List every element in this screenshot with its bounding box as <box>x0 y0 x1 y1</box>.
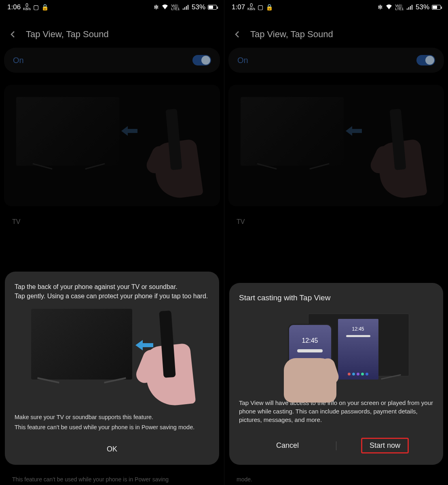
page-title: Tap View, Tap Sound <box>250 29 333 40</box>
signal-icon <box>407 4 413 11</box>
dialog-text-2: Tap gently. Using a case can protect you… <box>15 291 209 301</box>
feature-toggle-row[interactable]: On <box>4 48 220 73</box>
dialog-text-1: Tap the back of your phone against your … <box>15 282 209 291</box>
wifi-icon <box>161 4 169 11</box>
page-header: Tap View, Tap Sound <box>224 13 448 48</box>
hand-illustration <box>363 117 424 198</box>
battery-percent: 53% <box>416 3 429 11</box>
dialog-title: Start casting with Tap View <box>239 293 433 302</box>
toggle-label: On <box>13 56 24 65</box>
volte-icon: Vo)）LTE1 <box>171 4 180 11</box>
tv-mirror-time: 12:45 <box>338 326 378 332</box>
arrow-left-icon <box>346 125 362 138</box>
svg-rect-3 <box>188 5 188 10</box>
dialog-illustration <box>31 309 193 406</box>
tv-illustration <box>16 97 119 166</box>
network-speed-icon: 0KB/s <box>247 4 255 11</box>
status-time: 1:07 <box>232 3 245 11</box>
phone-screen-left: 1:06 0KB/s ▢ 🔒 ✻ Vo)）LTE1 53% Tap View, … <box>0 0 224 485</box>
signal-icon <box>183 4 189 11</box>
status-bar: 1:06 0KB/s ▢ 🔒 ✻ Vo)）LTE1 53% <box>0 0 224 13</box>
info-dialog: Tap the back of your phone against your … <box>5 272 219 465</box>
hand-illustration <box>139 117 200 198</box>
feature-toggle-row[interactable]: On <box>228 48 444 73</box>
bluetooth-icon: ✻ <box>154 4 159 11</box>
svg-rect-4 <box>407 8 408 10</box>
svg-rect-7 <box>412 5 412 10</box>
phone-mirror-time: 12:45 <box>289 337 331 344</box>
casting-illustration: 12:45 12:45 <box>260 310 413 390</box>
gallery-icon: ▢ <box>33 4 39 11</box>
phone-screen-right: 1:07 0KB/s ▢ 🔒 ✻ Vo)）LTE1 53% Tap View, … <box>224 0 448 485</box>
toggle-label: On <box>237 56 248 65</box>
ok-button[interactable]: OK <box>15 441 209 458</box>
start-now-highlight[interactable]: Start now <box>361 438 409 453</box>
svg-rect-5 <box>408 7 409 10</box>
illustration-panel <box>4 85 220 206</box>
gallery-icon: ▢ <box>258 4 263 11</box>
cancel-button[interactable]: Cancel <box>239 437 336 454</box>
arrow-left-icon <box>121 125 137 138</box>
bluetooth-icon: ✻ <box>378 4 383 11</box>
section-label-tv: TV <box>237 218 436 226</box>
toggle-switch[interactable] <box>192 55 211 65</box>
svg-rect-1 <box>184 7 185 10</box>
battery-icon <box>208 5 217 10</box>
network-speed-icon: 0KB/s <box>23 4 31 11</box>
wifi-icon <box>385 4 393 11</box>
volte-icon: Vo)）LTE1 <box>395 4 404 11</box>
svg-rect-6 <box>410 6 411 10</box>
back-button[interactable] <box>8 30 18 39</box>
svg-rect-2 <box>186 6 187 10</box>
status-time: 1:06 <box>7 3 21 11</box>
lock-icon: 🔒 <box>41 4 49 11</box>
illustration-panel <box>228 85 444 206</box>
battery-percent: 53% <box>192 3 205 11</box>
start-now-button[interactable]: Start now <box>336 434 433 458</box>
back-button[interactable] <box>232 30 242 39</box>
dialog-note-2: This feature can't be used while your ph… <box>15 423 209 431</box>
dialog-note-1: Make sure your TV or soundbar supports t… <box>15 413 209 421</box>
page-header: Tap View, Tap Sound <box>0 13 224 48</box>
status-bar: 1:07 0KB/s ▢ 🔒 ✻ Vo)）LTE1 53% <box>224 0 448 13</box>
tv-illustration <box>241 97 344 166</box>
battery-icon <box>432 5 441 10</box>
section-label-tv: TV <box>12 218 212 226</box>
toggle-switch[interactable] <box>416 55 435 65</box>
page-title: Tap View, Tap Sound <box>26 29 109 40</box>
truncated-text: mode. <box>237 476 436 483</box>
lock-icon: 🔒 <box>266 4 273 11</box>
svg-rect-0 <box>183 8 184 10</box>
truncated-text: This feature can't be used while your ph… <box>12 476 212 483</box>
cast-dialog: Start casting with Tap View 12:45 12:45 … <box>229 283 443 465</box>
